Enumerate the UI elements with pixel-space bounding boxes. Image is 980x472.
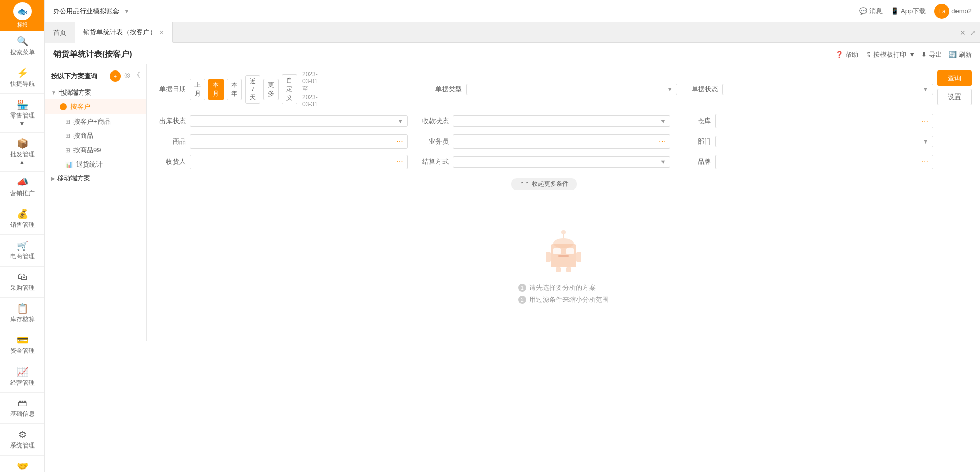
- app-download-label: App下载: [901, 7, 926, 16]
- hint-text-2: 用过滤条件来缩小分析范围: [529, 295, 609, 304]
- brand-select[interactable]: ···: [715, 155, 933, 169]
- brand-dots[interactable]: ···: [922, 157, 928, 167]
- collapse-button[interactable]: ⌃⌃ 收起更多条件: [511, 178, 577, 190]
- scheme-group-mobile-header[interactable]: ▶ 移动端方案: [45, 172, 146, 185]
- empty-hint-item-2: 2 用过滤条件来缩小分析范围: [518, 295, 609, 304]
- refresh-icon: 🔄: [948, 51, 957, 58]
- date-this-month-button[interactable]: 本月: [208, 79, 224, 100]
- enterprise-icon: 🤝: [2, 461, 42, 472]
- date-custom-button[interactable]: 自定义: [282, 74, 297, 104]
- sidebar-item-quick-nav[interactable]: ⚡ 快捷导航: [0, 62, 44, 94]
- by-customer-product-label: 按客户+商品: [74, 117, 111, 126]
- out-status-arrow-icon: ▼: [398, 118, 403, 124]
- order-status-select[interactable]: ▼: [722, 84, 933, 95]
- tab-sales-stat[interactable]: 销货单统计表（按客户） ✕: [75, 22, 173, 43]
- sidebar-item-system[interactable]: ⚙ 系统管理: [0, 424, 44, 456]
- marketing-icon: 📣: [2, 177, 42, 188]
- scheme-edit-button[interactable]: ◎: [124, 70, 130, 82]
- sidebar-item-retail[interactable]: 🏪 零售管理 ▼: [0, 94, 44, 133]
- department-select[interactable]: ▼: [715, 136, 933, 147]
- help-button[interactable]: ❓ 帮助: [835, 50, 859, 59]
- app-download-button[interactable]: 📱 App下载: [891, 7, 926, 16]
- scheme-group-mobile: ▶ 移动端方案: [45, 172, 146, 185]
- date-more-button[interactable]: 更多: [263, 79, 279, 100]
- tab-actions: ✕ ⤢: [960, 29, 980, 37]
- department-control: ▼: [715, 136, 933, 147]
- scheme-item-by-product[interactable]: ⊞ 按商品: [45, 129, 146, 143]
- sidebar-item-sales[interactable]: 💰 销售管理: [0, 203, 44, 235]
- message-icon: 💬: [859, 7, 867, 15]
- svg-rect-7: [566, 267, 571, 272]
- sidebar-item-ecommerce[interactable]: 🛒 电商管理: [0, 235, 44, 267]
- payment-status-select[interactable]: ▼: [453, 115, 671, 127]
- goods-label: 商品: [155, 137, 186, 146]
- sidebar-item-basic[interactable]: 🗃 基础信息: [0, 393, 44, 424]
- sidebar-item-wholesale[interactable]: 📦 批发管理 ▲: [0, 133, 44, 172]
- sidebar-item-purchase[interactable]: 🛍 采购管理: [0, 267, 44, 298]
- tab-home[interactable]: 首页: [45, 22, 75, 43]
- warehouse-dots[interactable]: ···: [922, 116, 928, 126]
- payment-status-control: ▼: [453, 115, 671, 127]
- filter-row-status: 出库状态 ▼ 收款状态: [155, 114, 933, 128]
- sidebar-item-marketing[interactable]: 📣 营销推广: [0, 172, 44, 203]
- svg-point-8: [553, 238, 574, 248]
- out-status-select[interactable]: ▼: [190, 115, 408, 127]
- goods-dots[interactable]: ···: [396, 137, 403, 146]
- svg-rect-5: [576, 252, 581, 262]
- user-profile[interactable]: Ea demo2: [934, 4, 972, 19]
- filter-row-recipient: 收货人 ··· 结算方式: [155, 155, 933, 169]
- page-title: 销货单统计表(按客户): [53, 49, 132, 60]
- sidebar-item-search[interactable]: 🔍 搜索菜单: [0, 31, 44, 62]
- refresh-label: 刷新: [959, 50, 972, 59]
- order-type-select[interactable]: ▼: [466, 84, 677, 95]
- help-label: 帮助: [845, 50, 859, 59]
- scheme-item-by-product-99[interactable]: ⊞ 按商品99: [45, 143, 146, 157]
- recipient-dots[interactable]: ···: [396, 157, 403, 167]
- svg-rect-1: [553, 248, 561, 254]
- refresh-button[interactable]: 🔄 刷新: [948, 50, 972, 59]
- user-name: demo2: [951, 7, 972, 15]
- print-button[interactable]: 🖨 按模板打印 ▼: [865, 50, 915, 59]
- scheme-panel-icons: + ◎ 《: [110, 70, 140, 82]
- salesman-select[interactable]: ···: [453, 134, 671, 149]
- sidebar-item-enterprise[interactable]: 🤝 企业协同: [0, 456, 44, 472]
- export-button[interactable]: ⬇ 导出: [921, 50, 942, 59]
- collapse-label: 收起更多条件: [532, 180, 569, 188]
- scheme-item-by-customer[interactable]: 按客户: [45, 99, 146, 114]
- date-last-month-button[interactable]: 上月: [190, 79, 205, 100]
- purchase-icon: 🛍: [2, 272, 42, 282]
- out-status-label: 出库状态: [155, 116, 186, 126]
- salesman-dots[interactable]: ···: [659, 137, 666, 146]
- page-header: 销货单统计表(按客户) ❓ 帮助 🖨 按模板打印 ▼ ⬇: [45, 43, 980, 64]
- by-product-99-icon: ⊞: [65, 147, 70, 154]
- message-button[interactable]: 💬 消息: [859, 7, 883, 16]
- date-this-year-button[interactable]: 本年: [227, 79, 242, 100]
- settlement-select[interactable]: ▼: [453, 156, 671, 168]
- content-body: 按以下方案查询 + ◎ 《 ▼: [45, 64, 980, 341]
- scheme-item-return-stat[interactable]: 📊 退货统计: [45, 157, 146, 172]
- recipient-select[interactable]: ···: [190, 155, 408, 169]
- scheme-group-pc-header[interactable]: ▼ 电脑端方案: [45, 86, 146, 99]
- warehouse-select[interactable]: ···: [715, 114, 933, 128]
- quick-nav-icon: ⚡: [2, 67, 42, 79]
- tab-close-button[interactable]: ✕: [159, 29, 164, 36]
- sidebar-item-finance[interactable]: 💳 资金管理: [0, 329, 44, 361]
- sidebar-item-operations[interactable]: 📈 经营管理: [0, 361, 44, 393]
- tab-expand-button[interactable]: ⤢: [970, 29, 976, 37]
- sidebar-item-inventory[interactable]: 📋 库存核算: [0, 298, 44, 329]
- query-button[interactable]: 查询: [937, 70, 972, 86]
- svg-rect-3: [558, 255, 569, 257]
- hint-num-1: 1: [518, 284, 526, 292]
- goods-select[interactable]: ···: [190, 134, 408, 149]
- scheme-add-button[interactable]: +: [110, 70, 121, 82]
- order-type-control: ▼: [466, 84, 677, 95]
- settings-button[interactable]: 设置: [937, 89, 972, 105]
- scheme-item-by-customer-product[interactable]: ⊞ 按客户+商品: [45, 114, 146, 129]
- return-stat-icon: 📊: [65, 161, 73, 168]
- svg-rect-2: [566, 248, 574, 254]
- date-last-7days-button[interactable]: 近7天: [245, 75, 260, 104]
- app-logo: 🐟 标报: [0, 0, 44, 31]
- tab-close-all-button[interactable]: ✕: [960, 29, 966, 37]
- scheme-panel: 按以下方案查询 + ◎ 《 ▼: [45, 64, 147, 341]
- scheme-collapse-button[interactable]: 《: [133, 70, 140, 82]
